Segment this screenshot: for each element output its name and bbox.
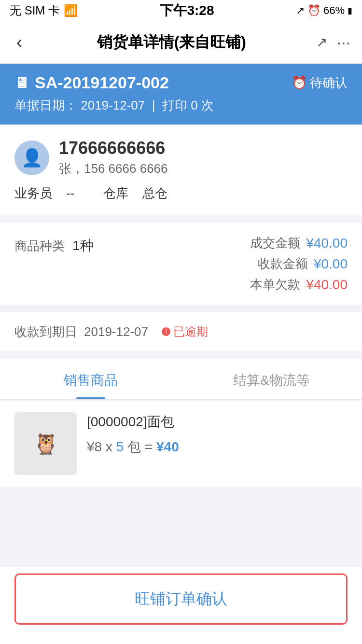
product-type-label: 商品种类 bbox=[14, 238, 65, 254]
customer-name: 张，156 6666 6666 bbox=[59, 160, 168, 177]
warehouse-item: 仓库 总仓 bbox=[103, 185, 167, 202]
total-separator: = bbox=[145, 439, 156, 454]
order-date: 单据日期： 2019-12-07 | 打印 0 次 bbox=[14, 97, 348, 114]
product-unit-price: ¥8 bbox=[87, 439, 102, 454]
staff-label: 业务员 bbox=[14, 186, 52, 200]
customer-meta: 业务员 -- 仓库 总仓 bbox=[14, 185, 348, 202]
overdue-badge: ! 已逾期 bbox=[155, 323, 215, 340]
customer-top: 👤 17666666666 张，156 6666 6666 bbox=[14, 138, 348, 177]
product-name: [0000002]面包 bbox=[87, 412, 348, 431]
product-price: ¥8 x 5 包 = ¥40 bbox=[87, 438, 348, 456]
product-total: ¥40 bbox=[156, 439, 179, 454]
nav-bar: ‹ 销货单详情(来自旺铺) ↗︎ ··· bbox=[0, 21, 362, 64]
staff-value: -- bbox=[66, 186, 74, 200]
order-header-top: 🖥 SA-20191207-002 ⏰ 待确认 bbox=[14, 73, 348, 92]
clock-icon: ⏰ bbox=[292, 75, 307, 90]
overdue-label: 已逾期 bbox=[173, 324, 208, 339]
order-header: 🖥 SA-20191207-002 ⏰ 待确认 单据日期： 2019-12-07… bbox=[0, 64, 362, 125]
due-date-value: 2019-12-07 bbox=[84, 324, 148, 339]
summary-left: 商品种类 1种 bbox=[14, 235, 94, 255]
confirm-button[interactable]: 旺铺订单确认 bbox=[14, 574, 348, 625]
received-item: 收款金额 ¥0.00 bbox=[258, 255, 348, 272]
due-date-card: 收款到期日 2019-12-07 ! 已逾期 bbox=[0, 312, 362, 351]
amount-label: 成交金额 bbox=[250, 235, 300, 252]
order-icon: 🖥 bbox=[14, 75, 29, 91]
warehouse-label: 仓库 bbox=[103, 186, 128, 200]
carrier-label: 无 SIM 卡 bbox=[10, 3, 60, 18]
wifi-icon: 📶 bbox=[64, 4, 78, 17]
overdue-dot-icon: ! bbox=[162, 327, 170, 336]
summary-right: 成交金额 ¥40.00 收款金额 ¥0.00 本单欠款 ¥40.00 bbox=[250, 235, 348, 293]
customer-phone: 17666666666 bbox=[59, 138, 168, 158]
customer-card: 👤 17666666666 张，156 6666 6666 业务员 -- 仓库 … bbox=[0, 125, 362, 215]
amount-value: ¥40.00 bbox=[306, 236, 348, 251]
owed-item: 本单欠款 ¥40.00 bbox=[250, 276, 348, 293]
nav-actions: ↗︎ ··· bbox=[316, 33, 350, 52]
order-status: ⏰ 待确认 bbox=[292, 74, 348, 91]
staff-item: 业务员 -- bbox=[14, 185, 74, 202]
price-separator: x bbox=[106, 439, 116, 454]
more-icon[interactable]: ··· bbox=[337, 33, 350, 52]
amount-item: 成交金额 ¥40.00 bbox=[250, 235, 348, 252]
battery-label: 66% bbox=[323, 4, 345, 17]
product-card: 🦉 [0000002]面包 ¥8 x 5 包 = ¥40 bbox=[0, 401, 362, 487]
product-thumbnail: 🦉 bbox=[14, 412, 77, 475]
tabs-container: 销售商品 结算&物流等 bbox=[0, 359, 362, 400]
status-left: 无 SIM 卡 📶 bbox=[10, 3, 78, 18]
due-date-label: 收款到期日 bbox=[14, 323, 77, 340]
owed-label: 本单欠款 bbox=[250, 276, 300, 293]
back-button[interactable]: ‹ bbox=[12, 28, 27, 57]
status-bar: 无 SIM 卡 📶 下午3:28 ↗ ⏰ 66% ▮ bbox=[0, 0, 362, 21]
status-label: 待确认 bbox=[310, 74, 348, 91]
summary-row: 商品种类 1种 成交金额 ¥40.00 收款金额 ¥0.00 本单欠款 ¥40.… bbox=[14, 235, 348, 293]
order-id: 🖥 SA-20191207-002 bbox=[14, 73, 169, 92]
avatar: 👤 bbox=[14, 140, 49, 175]
bottom-bar: 旺铺订单确认 bbox=[0, 565, 362, 644]
product-unit: 包 bbox=[127, 439, 141, 454]
summary-card: 商品种类 1种 成交金额 ¥40.00 收款金额 ¥0.00 本单欠款 ¥40.… bbox=[0, 223, 362, 305]
owed-value: ¥40.00 bbox=[306, 277, 348, 293]
product-type-value: 1种 bbox=[72, 237, 94, 255]
page-title: 销货单详情(来自旺铺) bbox=[27, 32, 316, 53]
customer-details: 17666666666 张，156 6666 6666 bbox=[59, 138, 168, 177]
share-icon[interactable]: ↗︎ bbox=[316, 34, 327, 50]
alarm-icon: ⏰ bbox=[307, 4, 320, 17]
received-label: 收款金额 bbox=[258, 255, 308, 272]
status-time: 下午3:28 bbox=[160, 1, 214, 20]
tab-settlement[interactable]: 结算&物流等 bbox=[181, 359, 362, 399]
warehouse-value: 总仓 bbox=[142, 186, 167, 200]
order-id-value: SA-20191207-002 bbox=[35, 73, 169, 92]
product-quantity: 5 bbox=[116, 439, 124, 454]
product-info: [0000002]面包 ¥8 x 5 包 = ¥40 bbox=[87, 412, 348, 456]
location-icon: ↗ bbox=[296, 4, 305, 17]
tabs: 销售商品 结算&物流等 bbox=[0, 359, 362, 400]
avatar-icon: 👤 bbox=[21, 148, 43, 168]
battery-icon: ▮ bbox=[348, 5, 352, 16]
status-right: ↗ ⏰ 66% ▮ bbox=[296, 4, 352, 17]
product-logo-icon: 🦉 bbox=[33, 432, 58, 456]
tab-products[interactable]: 销售商品 bbox=[0, 359, 181, 399]
received-value: ¥0.00 bbox=[314, 256, 348, 272]
